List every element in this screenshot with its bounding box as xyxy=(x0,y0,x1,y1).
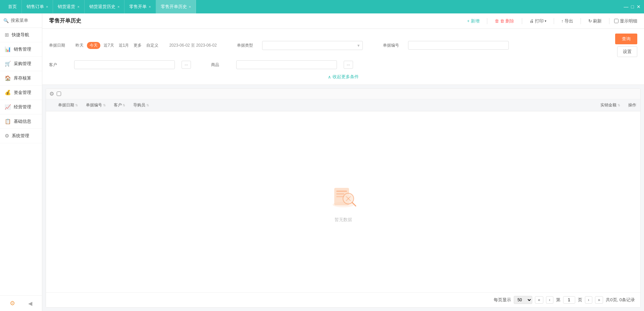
export-label: 导出 xyxy=(564,18,573,24)
customer-ellipsis-btn[interactable]: ··· xyxy=(182,61,191,69)
tab-sales-return[interactable]: 销货退货 × xyxy=(53,0,84,13)
col-amount[interactable]: 实销金额 xyxy=(596,99,624,111)
goods-ellipsis-btn[interactable]: ··· xyxy=(344,61,353,69)
sales-icon: 📊 xyxy=(5,46,11,52)
settings-icon[interactable]: ⚙ xyxy=(10,300,15,307)
select-all-checkbox[interactable] xyxy=(57,92,61,96)
maximize-button[interactable]: □ xyxy=(631,4,634,9)
tab-sales-order-close[interactable]: × xyxy=(46,5,48,9)
date-opt-7days[interactable]: 近7天 xyxy=(102,42,115,49)
content-area: 零售开单历史 + 新增 🗑 🗑 删除 🖨 打印 ▾ ↑ 导出 xyxy=(42,13,644,311)
col-action: 操作 xyxy=(624,99,640,111)
new-button[interactable]: + 新增 xyxy=(464,17,482,25)
query-area: 查询 设置 xyxy=(615,34,637,57)
refresh-label: 刷新 xyxy=(593,18,602,24)
svg-rect-3 xyxy=(336,193,344,195)
tab-sales-return-history-label: 销货退货历史 xyxy=(89,4,115,10)
next-page-btn[interactable]: › xyxy=(585,296,592,304)
basic-info-icon: 📋 xyxy=(5,118,11,124)
date-opt-custom[interactable]: 自定义 xyxy=(145,42,160,49)
sidebar-item-purchase-mgmt-label: 采购管理 xyxy=(14,61,31,67)
sidebar-item-purchase-mgmt[interactable]: 🛒 采购管理 xyxy=(0,57,42,71)
table-toolbar: ⚙ xyxy=(46,89,640,99)
col-checkbox xyxy=(46,99,54,111)
filter-panel: 单据日期 昨天 今天 近7天 近1月 更多 自定义 2023-06-02 至 2… xyxy=(42,29,644,85)
col-date[interactable]: 单据日期 xyxy=(54,99,82,111)
print-button[interactable]: 🖨 打印 ▾ xyxy=(527,17,549,25)
tab-sales-order[interactable]: 销售订单 × xyxy=(22,0,53,13)
delete-icon: 🗑 xyxy=(495,18,499,23)
empty-state: 暂无数据 xyxy=(46,111,640,292)
refresh-button[interactable]: ↻ 刷新 xyxy=(586,17,604,25)
refresh-icon: ↻ xyxy=(588,18,592,23)
col-customer[interactable]: 客户 xyxy=(110,99,130,111)
page-label: 第 xyxy=(556,297,560,303)
pagination-summary: 共0页, 0条记录 xyxy=(606,297,635,303)
sep1 xyxy=(487,18,487,24)
sidebar-item-system-mgmt[interactable]: ⚙ 系统管理 xyxy=(0,129,42,143)
tab-sales-return-history[interactable]: 销货退货历史 × xyxy=(85,0,125,13)
col-guide[interactable]: 导购员 xyxy=(129,99,153,111)
show-detail-text: 显示明细 xyxy=(620,18,637,24)
sidebar-bottom: ⚙ ◀ xyxy=(0,295,42,311)
sidebar-item-inventory-mgmt[interactable]: 🏠 库存核算 xyxy=(0,71,42,86)
sidebar-item-basic-info[interactable]: 📋 基础信息 xyxy=(0,114,42,129)
tab-sales-return-history-close[interactable]: × xyxy=(117,5,119,9)
export-icon: ↑ xyxy=(561,18,564,23)
sidebar-item-operations-mgmt-label: 经营管理 xyxy=(14,104,31,110)
collapse-label: 收起更多条件 xyxy=(333,74,359,80)
page-size-select[interactable]: 50 10 20 100 xyxy=(514,296,532,304)
tab-retail-history[interactable]: 零售开单历史 × xyxy=(156,0,196,13)
sidebar-item-operations-mgmt[interactable]: 📈 经营管理 xyxy=(0,100,42,114)
empty-illustration xyxy=(328,181,358,211)
tab-retail-open-label: 零售开单 xyxy=(129,4,147,10)
collapse-btn[interactable]: ∧ 收起更多条件 xyxy=(328,74,359,80)
order-type-select[interactable]: ▾ xyxy=(262,41,363,50)
table-settings-icon[interactable]: ⚙ xyxy=(49,91,54,97)
tab-sales-return-close[interactable]: × xyxy=(77,5,79,9)
minimize-button[interactable]: — xyxy=(624,4,629,9)
sidebar-item-quick-nav-label: 快捷导航 xyxy=(12,32,29,38)
sep2 xyxy=(522,18,522,24)
pagination: 每页显示 50 10 20 100 « ‹ 第 页 › » 共0页, 0条记录 xyxy=(46,292,640,307)
print-icon: 🖨 xyxy=(530,18,534,23)
filter-row-2: 客户 ··· 商品 ··· xyxy=(49,60,637,69)
setting-button[interactable]: 设置 xyxy=(617,46,637,57)
col-no[interactable]: 单据编号 xyxy=(82,99,110,111)
filter-row-1: 单据日期 昨天 今天 近7天 近1月 更多 自定义 2023-06-02 至 2… xyxy=(49,34,637,57)
query-button[interactable]: 查询 xyxy=(615,34,637,44)
sidebar-item-finance-mgmt[interactable]: 💰 资金管理 xyxy=(0,86,42,100)
sidebar-item-sales-mgmt[interactable]: 📊 销售管理 xyxy=(0,42,42,57)
sidebar-item-quick-nav[interactable]: ⊞ 快捷导航 xyxy=(0,28,42,42)
date-options: 昨天 今天 近7天 近1月 更多 自定义 xyxy=(74,42,160,49)
order-no-label: 单据编号 xyxy=(383,43,401,48)
date-opt-today[interactable]: 今天 xyxy=(87,42,100,49)
date-opt-more[interactable]: 更多 xyxy=(132,42,143,49)
tab-home[interactable]: 首页 xyxy=(3,0,22,13)
tab-sales-order-label: 销售订单 xyxy=(27,4,44,10)
first-page-btn[interactable]: « xyxy=(535,296,543,304)
print-label: 打印 xyxy=(535,18,544,24)
main-layout: 🔍 搜索菜单 ⊞ 快捷导航 📊 销售管理 🛒 采购管理 🏠 库存核算 💰 资金管… xyxy=(0,13,644,311)
collapse-sidebar-icon[interactable]: ◀ xyxy=(28,300,32,307)
prev-page-btn[interactable]: ‹ xyxy=(546,296,553,304)
tab-retail-history-close[interactable]: × xyxy=(189,5,191,9)
date-opt-1month[interactable]: 近1月 xyxy=(117,42,131,49)
sidebar-search[interactable]: 🔍 搜索菜单 xyxy=(0,13,42,28)
sidebar-item-sales-mgmt-label: 销售管理 xyxy=(14,46,31,52)
order-no-input[interactable] xyxy=(408,41,509,50)
customer-input[interactable] xyxy=(74,60,175,69)
inventory-icon: 🏠 xyxy=(5,75,11,81)
page-input[interactable] xyxy=(563,296,575,304)
show-detail-checkbox[interactable] xyxy=(614,19,618,23)
tab-retail-open-close[interactable]: × xyxy=(149,5,151,9)
date-opt-yesterday[interactable]: 昨天 xyxy=(74,42,85,49)
tab-retail-open[interactable]: 零售开单 × xyxy=(125,0,156,13)
goods-input[interactable] xyxy=(236,60,337,69)
delete-button[interactable]: 🗑 🗑 删除 xyxy=(492,17,517,25)
show-detail-label: 显示明细 xyxy=(614,18,637,24)
close-button[interactable]: ✕ xyxy=(637,4,641,9)
data-table: 单据日期 单据编号 客户 导购员 实销金额 操作 xyxy=(46,99,640,111)
last-page-btn[interactable]: » xyxy=(595,296,603,304)
export-button[interactable]: ↑ 导出 xyxy=(559,17,576,25)
